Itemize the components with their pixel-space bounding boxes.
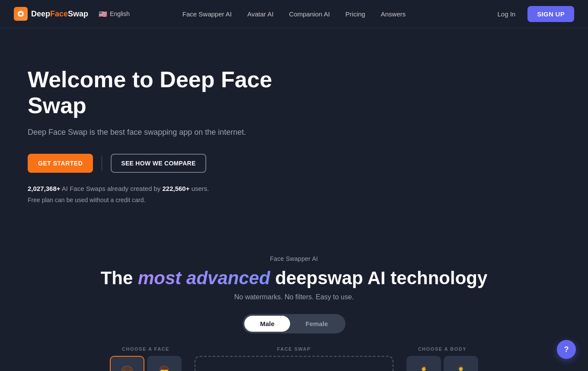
face-item-0[interactable]: 👨 <box>110 356 144 371</box>
nav-item-pricing[interactable]: Pricing <box>339 7 371 21</box>
body-item-0[interactable]: 🧍 <box>406 356 441 371</box>
face-item-1[interactable]: 👨‍🦱 <box>147 356 182 371</box>
swap-dropzone[interactable] <box>195 356 393 371</box>
stats-label-text: AI Face Swaps already created by <box>62 185 160 192</box>
face-avatar-1: 👨‍🦱 <box>147 356 182 371</box>
demo-section: CHOOSE A FACE 👨 👨‍🦱 👨‍🦰 👨‍🦳 FACE SWAP <box>0 346 588 371</box>
login-button[interactable]: Log In <box>492 7 521 21</box>
title-italic: most advanced <box>138 268 270 288</box>
logo[interactable]: DeepFaceSwap <box>14 7 88 21</box>
help-button[interactable]: ? <box>557 340 576 359</box>
navbar-auth: Log In SIGN UP <box>492 6 575 22</box>
nav-item-companion-ai[interactable]: Companion AI <box>283 7 336 21</box>
choose-face-column: CHOOSE A FACE 👨 👨‍🦱 👨‍🦰 👨‍🦳 <box>110 346 182 371</box>
language-label: English <box>110 10 130 17</box>
language-selector[interactable]: 🇺🇸 English <box>99 10 130 18</box>
title-prefix: The <box>101 268 133 288</box>
section-title: The most advanced deepswap AI technology <box>0 267 588 289</box>
stats-swaps-count: 2,027,368+ <box>28 185 61 192</box>
nav-item-avatar-ai[interactable]: Avatar AI <box>241 7 280 21</box>
hero-buttons: GET STARTED SEE HOW WE COMPARE <box>28 154 318 173</box>
button-divider <box>102 155 102 171</box>
logo-text: DeepFaceSwap <box>31 10 88 19</box>
face-swap-label: FACE SWAP <box>277 346 311 352</box>
section-subtitle: No watermarks. No filters. Easy to use. <box>0 293 588 301</box>
signup-button[interactable]: SIGN UP <box>527 6 574 22</box>
navbar: DeepFaceSwap 🇺🇸 English Face Swapper AI … <box>0 0 588 28</box>
get-started-button[interactable]: GET STARTED <box>28 154 93 173</box>
face-swap-center: FACE SWAP <box>195 346 393 371</box>
choose-body-label: CHOOSE A BODY <box>418 346 467 352</box>
stats-suffix-text: users. <box>192 185 209 192</box>
face-swapper-section: Face Swapper AI The most advanced deepsw… <box>0 247 588 371</box>
body-item-1[interactable]: 🧍‍♂️ <box>444 356 478 371</box>
face-grid: 👨 👨‍🦱 👨‍🦰 👨‍🦳 <box>110 356 182 371</box>
face-avatar-0: 👨 <box>111 357 144 371</box>
toggle-male[interactable]: Male <box>244 316 290 332</box>
logo-icon <box>14 7 28 21</box>
choose-body-column: CHOOSE A BODY 🧍 🧍‍♂️ 🕴️ 🧑‍🤝‍🧑 <box>406 346 478 371</box>
hero-section: Welcome to Deep Face Swap Deep Face Swap… <box>0 28 346 229</box>
choose-face-label: CHOOSE A FACE <box>122 346 169 352</box>
hero-title: Welcome to Deep Face Swap <box>28 67 318 119</box>
navbar-left: DeepFaceSwap 🇺🇸 English <box>14 7 130 21</box>
toggle-female[interactable]: Female <box>290 316 344 332</box>
hero-subtitle: Deep Face Swap is the best face swapping… <box>28 127 318 138</box>
title-suffix-text: deepswap AI technology <box>275 268 487 288</box>
body-avatar-1: 🧍‍♂️ <box>444 356 478 371</box>
body-avatar-0: 🧍 <box>406 356 441 371</box>
flag-icon: 🇺🇸 <box>99 10 107 18</box>
see-how-we-compare-button[interactable]: SEE HOW WE COMPARE <box>111 154 206 173</box>
nav-item-face-swapper-ai[interactable]: Face Swapper AI <box>176 7 238 21</box>
nav-menu: Face Swapper AI Avatar AI Companion AI P… <box>176 7 412 21</box>
section-tag: Face Swapper AI <box>0 255 588 262</box>
gender-toggle: Male Female <box>243 314 345 333</box>
nav-item-answers[interactable]: Answers <box>375 7 412 21</box>
free-plan-note: Free plan can be used without a credit c… <box>28 197 318 203</box>
stats-users-count2: 222,560+ <box>162 185 189 192</box>
body-grid: 🧍 🧍‍♂️ 🕴️ 🧑‍🤝‍🧑 <box>406 356 478 371</box>
hero-stats: 2,027,368+ AI Face Swaps already created… <box>28 185 318 192</box>
